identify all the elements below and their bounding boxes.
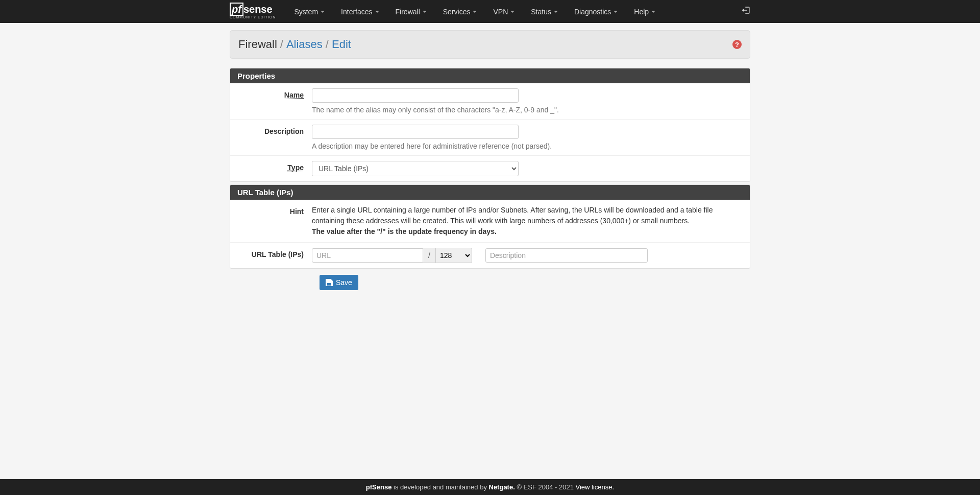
row-description-input[interactable]	[485, 248, 648, 263]
nav-vpn[interactable]: VPN	[485, 0, 523, 23]
urltable-label: URL Table (IPs)	[230, 248, 312, 263]
footer-netgate-link[interactable]: Netgate.	[489, 483, 515, 491]
save-button[interactable]: Save	[320, 275, 358, 290]
caret-icon	[423, 11, 427, 13]
name-label: Name	[230, 88, 312, 114]
type-select[interactable]: URL Table (IPs)	[312, 161, 519, 176]
description-input[interactable]	[312, 125, 519, 139]
caret-icon	[510, 11, 514, 13]
save-label: Save	[336, 278, 352, 287]
logo-sense: sense	[243, 4, 273, 15]
caret-icon	[473, 11, 477, 13]
properties-panel: Properties Name The name of the alias ma…	[230, 68, 750, 182]
name-input[interactable]	[312, 88, 519, 103]
caret-icon	[651, 11, 655, 13]
logo-subtitle: COMMUNITY EDITION	[230, 15, 276, 19]
nav-system[interactable]: System	[286, 0, 333, 23]
nav-help[interactable]: Help	[626, 0, 664, 23]
logo-pf: pf	[230, 3, 243, 16]
properties-heading: Properties	[230, 68, 750, 83]
caret-icon	[321, 11, 325, 13]
nav-interfaces[interactable]: Interfaces	[333, 0, 387, 23]
caret-icon	[614, 11, 618, 13]
caret-icon	[554, 11, 558, 13]
logout-icon[interactable]	[741, 6, 750, 17]
top-navbar: pfsense COMMUNITY EDITION System Interfa…	[0, 0, 980, 23]
description-help: A description may be entered here for ad…	[312, 142, 742, 150]
name-help: The name of the alias may only consist o…	[312, 106, 742, 114]
nav-services[interactable]: Services	[435, 0, 485, 23]
type-label: Type	[230, 161, 312, 176]
slash-addon: /	[423, 248, 435, 263]
save-icon	[326, 279, 333, 286]
hint-text: Enter a single URL containing a large nu…	[312, 205, 742, 237]
crumb-firewall: Firewall	[238, 38, 277, 51]
crumb-edit[interactable]: Edit	[332, 38, 351, 51]
urltable-panel: URL Table (IPs) Hint Enter a single URL …	[230, 184, 750, 269]
description-label: Description	[230, 125, 312, 150]
nav-firewall[interactable]: Firewall	[387, 0, 435, 23]
breadcrumb-panel: Firewall / Aliases / Edit ?	[230, 30, 750, 59]
footer-pfsense-link[interactable]: pfSense	[366, 483, 392, 491]
frequency-select[interactable]: 128	[435, 248, 472, 263]
nav-diagnostics[interactable]: Diagnostics	[566, 0, 626, 23]
nav-status[interactable]: Status	[523, 0, 566, 23]
caret-icon	[375, 11, 379, 13]
breadcrumb: Firewall / Aliases / Edit	[238, 38, 351, 51]
logo[interactable]: pfsense COMMUNITY EDITION	[230, 4, 276, 19]
help-icon[interactable]: ?	[732, 40, 742, 49]
footer: pfSense is developed and maintained by N…	[0, 479, 980, 495]
url-input[interactable]	[312, 248, 423, 263]
urltable-heading: URL Table (IPs)	[230, 185, 750, 200]
crumb-aliases[interactable]: Aliases	[286, 38, 323, 51]
footer-license-link[interactable]: View license.	[576, 483, 615, 491]
hint-label: Hint	[230, 205, 312, 237]
nav-menu: System Interfaces Firewall Services VPN …	[286, 0, 741, 23]
